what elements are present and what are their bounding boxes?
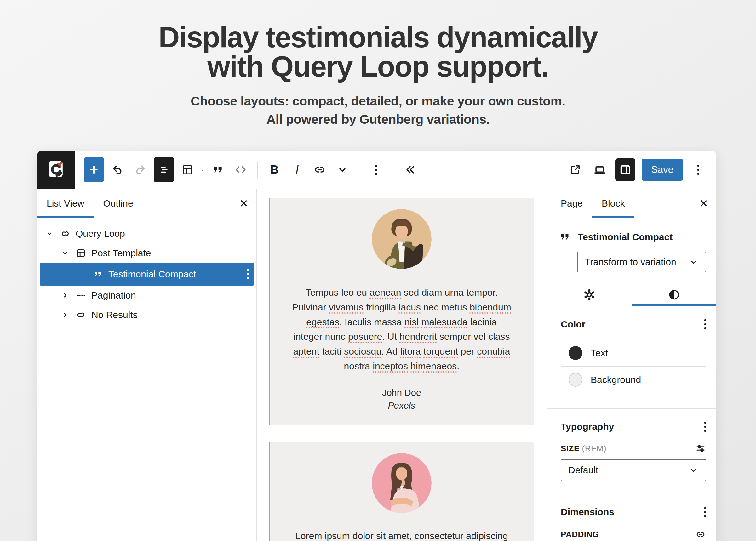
chevron-down-icon[interactable] (44, 229, 55, 239)
testimonial-source[interactable]: Pexels (388, 400, 415, 411)
inspector-tabs (547, 283, 716, 306)
tree-item-testimonial-compact[interactable]: Testimonial Compact (40, 263, 254, 285)
size-options-sliders-icon[interactable] (695, 443, 706, 454)
contrast-icon (668, 289, 680, 301)
redo-button[interactable] (131, 158, 149, 182)
app-logo[interactable] (37, 151, 75, 189)
italic-button[interactable]: I (288, 158, 306, 182)
avatar-photo-man (372, 209, 431, 269)
hero-subtitle-line1: Choose layouts: compact, detailed, or ma… (191, 94, 565, 108)
code-icon (234, 163, 248, 177)
testimonial-block-2[interactable]: Lorem ipsum dolor sit amet, consectetur … (269, 442, 534, 541)
dimensions-options-kebab[interactable] (704, 507, 706, 517)
collapse-toolbar-button[interactable] (401, 158, 419, 182)
undo-icon (111, 163, 124, 176)
color-controls: Text Background (561, 339, 706, 393)
tab-outline[interactable]: Outline (94, 189, 143, 218)
options-menu-button[interactable] (689, 158, 707, 182)
post-template-icon (75, 248, 87, 259)
loop-icon (59, 228, 71, 239)
section-divider (547, 408, 716, 409)
chevron-right-icon[interactable] (60, 290, 71, 300)
template-icon (181, 163, 194, 176)
tree-item-post-template[interactable]: Post Template (40, 244, 254, 263)
variation-select-value: Transform to variation (585, 257, 676, 268)
pagination-icon (75, 290, 87, 301)
toolbar-options-button[interactable] (367, 158, 385, 182)
external-link-icon (568, 163, 582, 176)
testimonial-quote[interactable]: Tempus leo eu aenean sed diam urna tempo… (292, 285, 512, 374)
typography-section: Typography SIZE (REM) (547, 421, 716, 454)
more-formats-button[interactable] (333, 158, 352, 182)
tree-item-no-results[interactable]: No Results (40, 305, 254, 325)
testimonial-author[interactable]: John Doe (382, 388, 421, 398)
bold-button[interactable]: B (265, 158, 284, 182)
close-list-view-button[interactable]: ✕ (231, 189, 257, 218)
tab-block[interactable]: Block (592, 189, 634, 218)
typography-options-kebab[interactable] (704, 422, 706, 432)
toolbar-left-group: · B I (75, 157, 566, 182)
block-card: Testimonial Compact (547, 218, 716, 243)
sidebar-toggle-button[interactable] (615, 158, 635, 181)
tree-item-label: No Results (91, 309, 138, 320)
kebab-icon (697, 165, 699, 175)
editor-toolbar: · B I (37, 151, 716, 189)
close-sidebar-button[interactable]: ✕ (691, 189, 716, 218)
hero-title-line1: Display testimonials dynamically (159, 21, 597, 54)
dimensions-heading: Dimensions (561, 507, 614, 517)
bold-icon: B (270, 163, 279, 176)
tab-list-view[interactable]: List View (37, 189, 94, 218)
quote-block-button[interactable] (209, 158, 227, 182)
preview-external-button[interactable] (566, 158, 584, 182)
link-button[interactable] (311, 158, 329, 182)
template-button[interactable] (178, 158, 197, 182)
undo-button[interactable] (108, 158, 127, 182)
testimonial-block-1[interactable]: Tempus leo eu aenean sed diam urna tempo… (269, 198, 534, 425)
plus-icon (88, 164, 100, 176)
list-view-header: List View Outline ✕ (37, 189, 257, 218)
tree-item-label: Testimonial Compact (108, 269, 196, 279)
variation-select[interactable]: Transform to variation (577, 252, 706, 272)
size-unit-label: (REM) (582, 444, 607, 453)
chevron-down-icon (689, 465, 699, 475)
quote-icon (559, 232, 571, 243)
tab-settings[interactable] (547, 283, 632, 306)
font-size-value: Default (568, 465, 598, 475)
code-button[interactable] (232, 158, 250, 182)
tab-styles[interactable] (632, 283, 716, 306)
chevron-right-icon[interactable] (60, 310, 71, 319)
chevron-down-icon (337, 164, 349, 176)
text-color-row[interactable]: Text (561, 339, 706, 366)
font-size-select[interactable]: Default (561, 459, 706, 481)
list-view-button[interactable] (154, 157, 174, 182)
background-color-label: Background (591, 374, 641, 385)
tree-item-label: Pagination (91, 290, 136, 301)
sidebar-header: Page Block ✕ (547, 189, 716, 218)
avatar-photo-woman (372, 453, 431, 513)
tree-item-pagination[interactable]: Pagination (40, 285, 254, 305)
tree-item-query-loop[interactable]: Query Loop (40, 224, 254, 244)
list-view-icon (157, 163, 170, 176)
color-section: Color Text Background (547, 319, 716, 393)
tree-item-options-kebab[interactable] (247, 269, 249, 279)
redo-icon (134, 163, 147, 176)
laptop-icon (593, 163, 607, 177)
chevron-down-icon[interactable] (60, 249, 71, 258)
padding-link-icon[interactable] (695, 529, 706, 540)
tab-page[interactable]: Page (551, 189, 592, 218)
color-options-kebab[interactable] (704, 319, 706, 329)
tree-item-label: Query Loop (76, 228, 125, 239)
device-preview-button[interactable] (591, 158, 609, 182)
add-block-button[interactable] (84, 157, 104, 182)
italic-icon: I (296, 163, 299, 176)
testimonial-quote-partial[interactable]: Lorem ipsum dolor sit amet, consectetur … (292, 529, 512, 541)
editor-workspace: List View Outline ✕ Query Loop (37, 189, 716, 541)
toolbar-divider (359, 162, 360, 178)
save-button[interactable]: Save (642, 159, 683, 181)
background-color-row[interactable]: Background (561, 366, 706, 393)
typography-heading: Typography (561, 421, 614, 432)
color-heading: Color (561, 319, 585, 330)
hero-subtitle-line2: All powered by Gutenberg variations. (267, 112, 490, 127)
size-label: SIZE (REM) (561, 444, 606, 453)
editor-canvas: Tempus leo eu aenean sed diam urna tempo… (257, 189, 546, 541)
